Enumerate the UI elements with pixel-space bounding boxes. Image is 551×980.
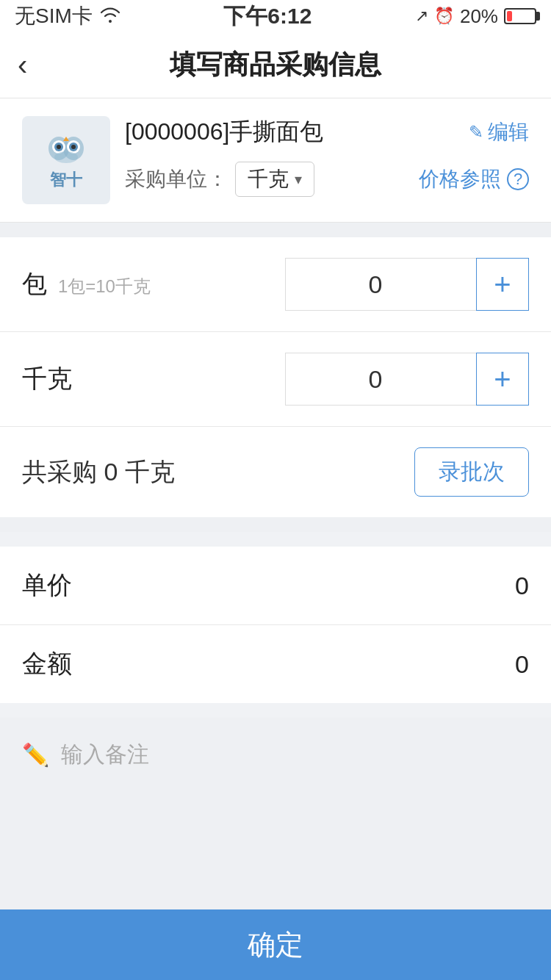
bag-input-row: 包 1包=10千克 + (0, 237, 551, 332)
svg-point-7 (71, 145, 76, 149)
svg-point-6 (57, 145, 61, 149)
product-name-row: [0000006]手撕面包 ✎ 编辑 (125, 116, 529, 148)
note-section[interactable]: ✏️ 输入备注 (0, 718, 551, 792)
kg-label: 千克 (22, 362, 96, 396)
unit-price-row: 单价 0 (0, 547, 551, 625)
unit-price-value: 0 (515, 572, 529, 600)
status-time: 下午6:12 (223, 1, 311, 32)
amount-label: 金额 (22, 647, 72, 681)
location-icon: ↗ (415, 7, 428, 26)
alarm-icon: ⏰ (434, 7, 454, 26)
product-name: [0000006]手撕面包 (125, 116, 323, 148)
battery-icon (504, 8, 536, 24)
status-right: ↗ ⏰ 20% (415, 5, 536, 28)
bag-quantity-input[interactable] (285, 258, 476, 311)
kg-quantity-input[interactable] (285, 353, 476, 406)
price-section: 单价 0 金额 0 (0, 547, 551, 703)
summary-row: 共采购 0 千克 录批次 (0, 427, 551, 517)
confirm-button[interactable]: 确定 (0, 909, 551, 980)
amount-row: 金额 0 (0, 625, 551, 703)
carrier-text: 无SIM卡 (15, 2, 93, 30)
chevron-down-icon: ▾ (295, 170, 302, 188)
svg-point-8 (54, 151, 78, 163)
product-image: 智十 (22, 116, 110, 204)
page-title: 填写商品采购信息 (170, 47, 381, 83)
status-bar: 无SIM卡 下午6:12 ↗ ⏰ 20% (0, 0, 551, 32)
section-divider-2 (0, 517, 551, 532)
unit-price-label: 单价 (22, 569, 72, 602)
unit-label: 采购单位： 千克 ▾ (125, 162, 314, 197)
owl-icon (44, 129, 88, 166)
product-info: [0000006]手撕面包 ✎ 编辑 采购单位： 千克 ▾ 价格参照 ? (125, 116, 529, 197)
edit-icon: ✎ (469, 122, 483, 143)
product-card: 智十 [0000006]手撕面包 ✎ 编辑 采购单位： 千克 ▾ (0, 98, 551, 223)
unit-dropdown[interactable]: 千克 ▾ (235, 162, 314, 197)
note-placeholder: 输入备注 (61, 740, 149, 770)
nav-bar: ‹ 填写商品采购信息 (0, 32, 551, 98)
summary-text: 共采购 0 千克 (22, 455, 175, 489)
bag-plus-button[interactable]: + (476, 258, 529, 311)
pencil-icon: ✏️ (22, 742, 49, 768)
price-reference-link[interactable]: 价格参照 ? (419, 165, 529, 193)
input-section: 包 1包=10千克 + 千克 + (0, 237, 551, 427)
kg-input-row: 千克 + (0, 332, 551, 427)
section-divider-1 (0, 223, 551, 237)
status-left: 无SIM卡 (15, 2, 120, 30)
info-icon: ? (507, 168, 529, 190)
record-batch-button[interactable]: 录批次 (414, 447, 529, 497)
edit-button[interactable]: ✎ 编辑 (469, 118, 529, 146)
amount-value: 0 (515, 650, 529, 679)
back-button[interactable]: ‹ (18, 48, 27, 82)
unit-row: 采购单位： 千克 ▾ 价格参照 ? (125, 162, 529, 197)
summary-amount: 0 (104, 458, 118, 486)
battery-percent: 20% (460, 5, 498, 28)
kg-input-control: + (110, 353, 529, 406)
confirm-button-container: 确定 (0, 909, 551, 980)
wifi-icon (100, 4, 120, 28)
bag-input-control: + (165, 258, 529, 311)
bag-label: 包 1包=10千克 (22, 267, 151, 301)
kg-plus-button[interactable]: + (476, 353, 529, 406)
brand-text: 智十 (50, 169, 82, 191)
